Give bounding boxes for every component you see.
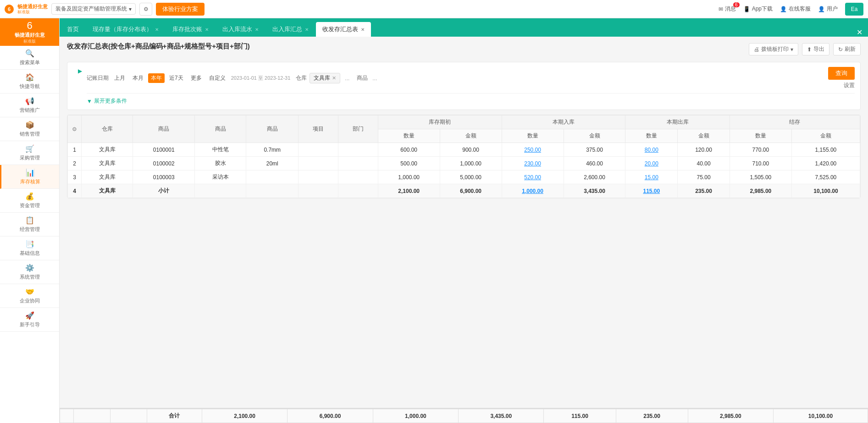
sidebar-item-system[interactable]: ⚙️ 系统管理	[0, 260, 59, 284]
row1-out-qty[interactable]: 80.00	[625, 143, 678, 157]
row1-out-qty-link[interactable]: 80.00	[645, 147, 658, 153]
tab-close-icon[interactable]: ✕	[255, 27, 259, 32]
date-opt-more[interactable]: 更多	[188, 73, 205, 83]
row3-out-qty-link[interactable]: 15.00	[645, 174, 658, 181]
subtotal-closing-amt: 10,100.00	[791, 184, 860, 198]
user-btn[interactable]: 👤 用户	[818, 5, 838, 13]
download-icon: 📱	[743, 6, 750, 12]
tab-close-icon[interactable]: ✕	[305, 27, 309, 32]
row2-out-qty[interactable]: 20.00	[625, 157, 678, 170]
sidebar-item-quicknav[interactable]: 🏠 快捷导航	[0, 70, 59, 93]
date-options: 上月 本月 本年 近7天 更多 自定义	[111, 73, 228, 83]
export-btn[interactable]: ⬆ 导出	[802, 43, 829, 55]
expand-label: 展开更多条件	[94, 97, 127, 105]
system-selector[interactable]: 装备及固定资产辅助管理系统 ▾	[51, 3, 136, 15]
row2-out-qty-link[interactable]: 20.00	[645, 160, 658, 167]
sidebar-item-basic-info[interactable]: 📑 基础信息	[0, 236, 59, 260]
query-button[interactable]: 查询	[828, 67, 855, 80]
row1-project	[299, 143, 338, 157]
row1-in-amt: 375.00	[564, 143, 625, 157]
tab-flow[interactable]: 出入库流水 ✕	[216, 22, 265, 37]
warehouse-tag-value: 文具库	[314, 74, 330, 82]
app-download-label: App下载	[752, 5, 773, 13]
subtotal-out-qty[interactable]: 115.00	[625, 184, 678, 198]
row3-dept	[338, 170, 378, 184]
subtotal-out-qty-link[interactable]: 115.00	[643, 188, 660, 194]
subtotal-blank1	[195, 184, 246, 198]
app-download-btn[interactable]: 📱 App下载	[743, 5, 773, 13]
tab-bar-close-icon[interactable]: ✕	[851, 28, 868, 37]
trial-button[interactable]: 体验行业方案	[156, 3, 205, 16]
filter-actions: 查询 设置	[828, 67, 855, 89]
date-opt-this-month[interactable]: 本月	[130, 73, 146, 83]
filter-settings-btn[interactable]: 设置	[844, 82, 855, 89]
row3-warehouse: 文具库	[82, 170, 133, 184]
app-title-line2: 标准版	[17, 10, 48, 15]
filter-toggle[interactable]: ▶	[73, 67, 87, 74]
row3-in-qty[interactable]: 520.00	[502, 170, 564, 184]
sidebar-label-purchase: 采购管理	[20, 154, 40, 161]
subtotal-in-qty[interactable]: 1,000.00	[502, 184, 564, 198]
tab-close-icon[interactable]: ✕	[155, 27, 159, 32]
sidebar-item-management[interactable]: 📋 经营管理	[0, 213, 59, 236]
warehouse-tag-close[interactable]: ✕	[332, 75, 336, 81]
online-support-btn[interactable]: 👤 在线客服	[780, 5, 811, 13]
data-table: ⚙ 仓库 商品 商品 商品 项目 部门 库存期初 本期入库 本期出库	[67, 115, 860, 198]
print-btn[interactable]: 🖨 拨镜板打印 ▾	[749, 43, 798, 55]
sidebar-label-finance: 资金管理	[20, 202, 40, 209]
row1-closing-amt: 1,155.00	[791, 143, 860, 157]
tab-close-icon[interactable]: ✕	[205, 27, 209, 32]
col-department-header: 部门	[338, 115, 378, 143]
sidebar-item-finance[interactable]: 💰 资金管理	[0, 189, 59, 213]
date-opt-7days[interactable]: 近7天	[166, 73, 186, 83]
tab-inventory-dist-label: 现存量（库存分布表）	[93, 25, 152, 33]
row3-out-qty[interactable]: 15.00	[625, 170, 678, 184]
tab-active-close-icon[interactable]: ✕	[361, 27, 365, 32]
row1-dept	[338, 143, 378, 157]
content-spacer	[67, 198, 861, 336]
row1-in-qty[interactable]: 250.00	[502, 143, 564, 157]
tab-inventory-dist[interactable]: 现存量（库存分布表） ✕	[86, 22, 165, 37]
tab-summary[interactable]: 出入库汇总 ✕	[266, 22, 315, 37]
col-out-amt-header: 金额	[678, 129, 730, 143]
row2-in-qty-link[interactable]: 230.00	[524, 160, 541, 167]
tab-batch[interactable]: 库存批次账 ✕	[166, 22, 215, 37]
print-dropdown-icon: ▾	[791, 46, 793, 53]
col-closing-amt-header: 金额	[791, 129, 860, 143]
export-label: 导出	[813, 45, 824, 53]
sidebar-item-marketing[interactable]: 📢 营销推广	[0, 93, 59, 117]
tab-home[interactable]: 首页	[61, 22, 85, 37]
row1-in-qty-link[interactable]: 250.00	[524, 147, 541, 153]
sidebar-item-search[interactable]: 🔍 搜索菜单	[0, 46, 59, 70]
subtotal-in-qty-link[interactable]: 1,000.00	[522, 188, 543, 194]
sidebar-item-inventory[interactable]: 📊 库存核算	[0, 165, 59, 189]
refresh-btn[interactable]: ↻ 刷新	[833, 43, 861, 55]
sidebar-logo: 6 畅捷通好生意 标准版	[0, 18, 59, 46]
tab-batch-label: 库存批次账	[172, 25, 202, 33]
date-opt-custom[interactable]: 自定义	[206, 73, 228, 83]
col-closing-qty-header: 数量	[730, 129, 791, 143]
date-opt-last-month[interactable]: 上月	[111, 73, 128, 83]
warehouse-ellipsis[interactable]: ...	[343, 75, 351, 82]
row2-in-qty[interactable]: 230.00	[502, 157, 564, 170]
ea-button[interactable]: Ea	[845, 3, 863, 16]
settings-icon-btn[interactable]: ⚙	[139, 3, 152, 16]
expand-btn[interactable]: ▼ 展开更多条件	[87, 93, 855, 105]
page-content: 收发存汇总表(按仓库+商品编码+商品+规格型号+项目+部门) 🖨 拨镜板打印 ▾…	[60, 37, 868, 408]
sidebar-item-purchase[interactable]: 🛒 采购管理	[0, 141, 59, 165]
message-btn[interactable]: ✉ 消息 6	[719, 5, 736, 13]
message-badge: 6	[733, 2, 740, 7]
row3-in-qty-link[interactable]: 520.00	[524, 174, 541, 181]
tab-receivable-summary[interactable]: 收发存汇总表 ✕	[316, 22, 371, 37]
date-opt-this-year[interactable]: 本年	[148, 73, 165, 83]
row2-opening-qty: 500.00	[378, 157, 440, 170]
column-settings-icon[interactable]: ⚙	[72, 126, 77, 132]
subtotal-opening-qty: 2,100.00	[378, 184, 440, 198]
sidebar-item-cooperation[interactable]: 🤝 企业协同	[0, 284, 59, 308]
user-icon: 👤	[818, 6, 825, 12]
goods-ellipsis[interactable]: ...	[370, 75, 379, 82]
sidebar-item-sales[interactable]: 📦 销售管理	[0, 117, 59, 141]
row3-name: 采访本	[195, 170, 246, 184]
row1-no: 1	[68, 143, 82, 157]
sidebar-item-guide[interactable]: 🚀 新手引导	[0, 308, 59, 332]
